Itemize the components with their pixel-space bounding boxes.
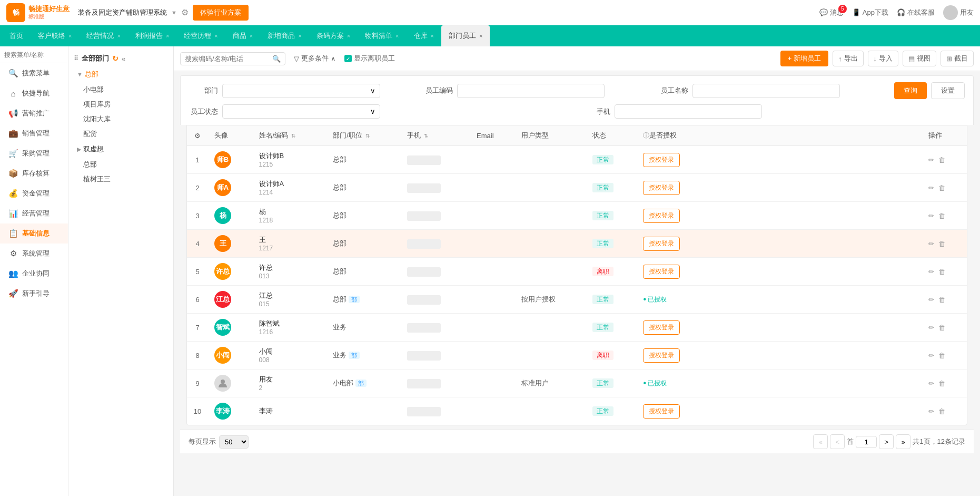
edit-icon[interactable]: ✏ bbox=[928, 324, 934, 332]
edit-icon[interactable]: ✏ bbox=[928, 380, 934, 387]
delete-icon[interactable]: 🗑 bbox=[938, 268, 945, 276]
sidebar-item-guide[interactable]: 🚀 新手引导 bbox=[0, 284, 68, 304]
th-dept-position[interactable]: 部门/职位 ⇅ bbox=[326, 125, 401, 146]
sidebar-item-business[interactable]: 📊 经营管理 bbox=[0, 203, 68, 223]
sidebar-item-purchase[interactable]: 🛒 采购管理 bbox=[0, 143, 68, 163]
tab-warehouse[interactable]: 仓库 × bbox=[407, 25, 441, 46]
tab-close-operation[interactable]: × bbox=[117, 33, 120, 39]
page-size-select[interactable]: 50 20 100 bbox=[219, 435, 249, 449]
filter-emp-code-input[interactable] bbox=[457, 84, 605, 98]
dept-collapse-icon[interactable]: « bbox=[122, 55, 125, 63]
tab-customer[interactable]: 客户联络 × bbox=[31, 25, 79, 46]
online-service-button[interactable]: 🎧 在线客服 bbox=[897, 8, 935, 17]
more-options-button[interactable]: ⊞ 截目 bbox=[941, 51, 974, 66]
delete-icon[interactable]: 🗑 bbox=[938, 324, 945, 332]
filter-emp-name-input[interactable] bbox=[692, 84, 840, 98]
dept-sub-shenyang[interactable]: 沈阳大库 bbox=[68, 112, 173, 127]
th-phone[interactable]: 手机 ⇅ bbox=[401, 125, 470, 146]
delete-icon[interactable]: 🗑 bbox=[938, 156, 945, 164]
tab-home[interactable]: 首页 bbox=[2, 25, 31, 46]
add-employee-button[interactable]: + 新增员工 bbox=[780, 51, 828, 66]
show-resign-checkbox[interactable]: ✓ bbox=[344, 55, 352, 62]
tab-operation[interactable]: 经营情况 × bbox=[79, 25, 127, 46]
trial-button[interactable]: 体验行业方案 bbox=[193, 5, 249, 21]
settings-icon[interactable]: ⚙ bbox=[181, 7, 189, 17]
sidebar-item-basic-info[interactable]: 📋 基础信息 bbox=[0, 223, 68, 244]
edit-icon[interactable]: ✏ bbox=[928, 268, 934, 276]
edit-icon[interactable]: ✏ bbox=[928, 212, 934, 220]
page-number-input[interactable] bbox=[856, 436, 877, 448]
export-button[interactable]: ↑ 导出 bbox=[833, 51, 864, 66]
search-input[interactable] bbox=[185, 55, 269, 63]
dept-sub-plant-trees[interactable]: 植树王三 bbox=[68, 172, 173, 187]
dept-sub-headquarters[interactable]: 总部 bbox=[68, 157, 173, 172]
auth-login-button[interactable]: 授权登录 bbox=[643, 265, 680, 279]
tab-close-history[interactable]: × bbox=[214, 33, 217, 39]
filter-dept-select[interactable]: ∨ bbox=[222, 84, 380, 98]
sidebar-item-finance[interactable]: 💰 资金管理 bbox=[0, 183, 68, 203]
delete-icon[interactable]: 🗑 bbox=[938, 407, 945, 415]
sidebar-item-sales[interactable]: 💼 销售管理 bbox=[0, 123, 68, 143]
auth-login-button[interactable]: 授权登录 bbox=[643, 209, 680, 223]
edit-icon[interactable]: ✏ bbox=[928, 407, 934, 415]
auth-login-button[interactable]: 授权登录 bbox=[643, 181, 680, 195]
delete-icon[interactable]: 🗑 bbox=[938, 212, 945, 220]
th-settings[interactable]: ⚙ bbox=[187, 125, 208, 146]
tab-close-new-goods[interactable]: × bbox=[298, 33, 301, 39]
edit-icon[interactable]: ✏ bbox=[928, 296, 934, 304]
dept-tree-double[interactable]: ▶ 双虚想 bbox=[68, 141, 173, 157]
tab-close-barcode[interactable]: × bbox=[347, 33, 350, 39]
delete-icon[interactable]: 🗑 bbox=[938, 352, 945, 359]
last-page-button[interactable]: » bbox=[896, 434, 910, 449]
sidebar-item-search[interactable]: 🔍 搜索菜单 bbox=[0, 63, 68, 83]
dept-sub-small-elec[interactable]: 小电部 bbox=[68, 82, 173, 97]
more-filter-button[interactable]: ▽ 更多条件 ∧ bbox=[290, 52, 340, 65]
delete-icon[interactable]: 🗑 bbox=[938, 184, 945, 192]
dept-sub-project-room[interactable]: 项目库房 bbox=[68, 97, 173, 112]
sidebar-search-input[interactable] bbox=[4, 51, 68, 59]
dept-tree-total[interactable]: ▼ 总部 bbox=[68, 66, 173, 82]
tab-bom[interactable]: 物料清单 × bbox=[358, 25, 406, 46]
first-page-button[interactable]: « bbox=[813, 434, 828, 449]
th-name-code[interactable]: 姓名/编码 ⇅ bbox=[253, 125, 327, 146]
tab-close-goods[interactable]: × bbox=[250, 33, 253, 39]
tab-history[interactable]: 经营历程 × bbox=[176, 25, 225, 46]
next-page-button[interactable]: > bbox=[879, 434, 894, 449]
delete-icon[interactable]: 🗑 bbox=[938, 380, 945, 387]
tab-barcode[interactable]: 条码方案 × bbox=[309, 25, 358, 46]
message-button[interactable]: 💬 消息 5 bbox=[819, 8, 844, 17]
sidebar-item-inventory[interactable]: 📦 库存核算 bbox=[0, 163, 68, 183]
auth-login-button[interactable]: 授权登录 bbox=[643, 348, 680, 363]
tab-dept-staff[interactable]: 部门员工 × bbox=[441, 25, 490, 46]
sidebar-item-system[interactable]: ⚙ 系统管理 bbox=[0, 244, 68, 264]
tab-profit[interactable]: 利润报告 × bbox=[128, 25, 176, 46]
delete-icon[interactable]: 🗑 bbox=[938, 296, 945, 304]
tab-close-warehouse[interactable]: × bbox=[431, 33, 434, 39]
user-menu[interactable]: 用友 bbox=[943, 5, 974, 20]
delete-icon[interactable]: 🗑 bbox=[938, 240, 945, 248]
edit-icon[interactable]: ✏ bbox=[928, 184, 934, 192]
dept-sub-distribution[interactable]: 配货 bbox=[68, 127, 173, 141]
edit-icon[interactable]: ✏ bbox=[928, 240, 934, 248]
sidebar-item-collab[interactable]: 👥 企业协同 bbox=[0, 264, 68, 284]
view-button[interactable]: ▤ 视图 bbox=[903, 51, 936, 66]
tab-close-dept-staff[interactable]: × bbox=[479, 33, 482, 39]
auth-login-button[interactable]: 授权登录 bbox=[643, 153, 680, 167]
dept-refresh-icon[interactable]: ↻ bbox=[112, 54, 118, 63]
tab-goods[interactable]: 商品 × bbox=[225, 25, 260, 46]
edit-icon[interactable]: ✏ bbox=[928, 156, 934, 164]
auth-login-button[interactable]: 授权登录 bbox=[643, 237, 680, 251]
import-button[interactable]: ↓ 导入 bbox=[868, 51, 899, 66]
auth-login-button[interactable]: 授权登录 bbox=[643, 404, 680, 419]
filter-phone-input[interactable] bbox=[615, 104, 762, 119]
edit-icon[interactable]: ✏ bbox=[928, 352, 934, 359]
sidebar-item-shortcuts[interactable]: ⌂ 快捷导航 bbox=[0, 83, 68, 103]
tab-new-goods[interactable]: 新增商品 × bbox=[260, 25, 309, 46]
filter-emp-status-select[interactable]: ∨ bbox=[222, 104, 380, 119]
app-download-button[interactable]: 📱 App下载 bbox=[852, 8, 888, 17]
tab-close-customer[interactable]: × bbox=[68, 33, 72, 39]
tab-close-bom[interactable]: × bbox=[395, 33, 399, 39]
tab-close-profit[interactable]: × bbox=[166, 33, 169, 39]
filter-query-button[interactable]: 查询 bbox=[894, 82, 927, 99]
prev-page-button[interactable]: < bbox=[830, 434, 845, 449]
